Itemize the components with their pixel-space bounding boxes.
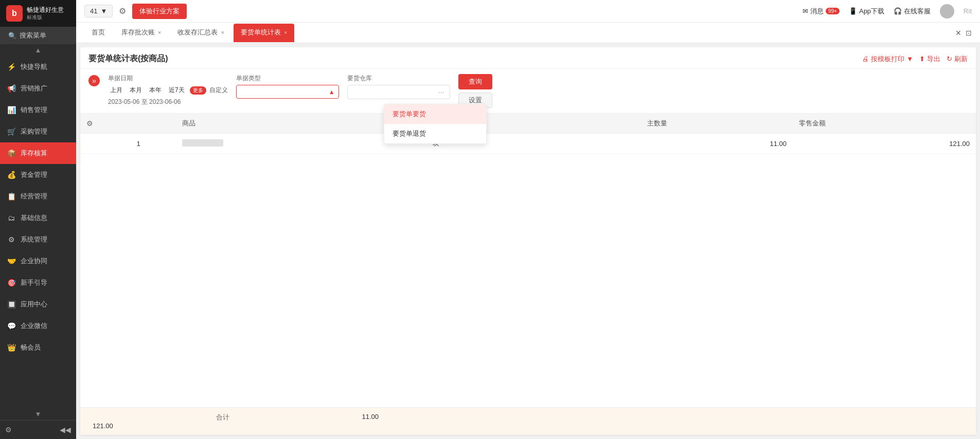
sidebar-item-system[interactable]: ⚙ 系统管理	[0, 229, 76, 250]
col-header-quantity: 主数量	[641, 114, 793, 134]
inventory-icon: 📦	[6, 148, 16, 158]
sidebar-item-operations[interactable]: 📋 经营管理	[0, 186, 76, 207]
row-index: 1	[101, 134, 176, 154]
tabs-bar: 首页 库存批次账 × 收发存汇总表 × 要货单统计表 × ✕ ⊡	[76, 23, 980, 43]
vip-icon: 👑	[6, 342, 16, 353]
sidebar: b 畅捷通好生意 标准版 🔍 搜索菜单 ▲ ⚡ 快捷导航 📢 营销推广 📊 销售…	[0, 0, 76, 439]
sidebar-item-newbie[interactable]: 🎯 新手引导	[0, 272, 76, 294]
tab-close-receive-summary[interactable]: ×	[221, 29, 224, 35]
filter-actions: 查询 设置	[458, 74, 492, 108]
sidebar-item-enterprise-wechat[interactable]: 💬 企业微信	[0, 315, 76, 337]
filter-expand-btn[interactable]: »	[88, 75, 100, 86]
recent-7days-btn[interactable]: 近7天	[167, 85, 187, 96]
collapse-sidebar-btn[interactable]: ◀◀	[60, 426, 71, 434]
date-range-display: 2023-05-06 至 2023-06-06	[108, 98, 228, 106]
sidebar-item-vip[interactable]: 👑 畅会员	[0, 337, 76, 358]
sidebar-item-purchase[interactable]: 🛒 采购管理	[0, 121, 76, 142]
sidebar-item-app-center[interactable]: 🔲 应用中心	[0, 294, 76, 315]
sidebar-search[interactable]: 🔍 搜索菜单	[0, 27, 76, 44]
type-select-input[interactable]	[236, 85, 339, 99]
col-header-index	[101, 114, 176, 134]
collab-icon: 🤝	[6, 256, 16, 266]
export-label: 导出	[927, 54, 940, 64]
tab-inventory-batch[interactable]: 库存批次账 ×	[114, 24, 168, 42]
tab-home[interactable]: 首页	[84, 24, 112, 42]
date-filter-group: 单据日期 上月 本月 本年 近7天 更多 自定义 2023-05-06 至 20…	[108, 74, 228, 106]
dropdown-item-order-goods[interactable]: 要货单要货	[384, 104, 486, 124]
prev-month-btn[interactable]: 上月	[108, 85, 124, 96]
type-filter-group: 单据类型 ▲	[236, 74, 339, 99]
warehouse-more-btn[interactable]: ···	[438, 88, 444, 96]
online-service-btn[interactable]: 🎧 在线客服	[894, 7, 931, 16]
tab-label: 库存批次账	[121, 28, 155, 37]
total-amount: 121.00	[86, 422, 107, 430]
sidebar-item-quick-nav[interactable]: ⚡ 快捷导航	[0, 56, 76, 78]
newbie-icon: 🎯	[6, 278, 16, 288]
custom-date-btn[interactable]: 自定义	[209, 86, 228, 95]
sidebar-item-label: 基础信息	[21, 213, 47, 223]
close-tab-btn[interactable]: ✕	[955, 29, 961, 37]
top-header: 41 ▼ ⚙ 体验行业方案 ✉ 消息 99+ 📱 App下载 🎧 在线客服 Ri…	[76, 0, 980, 23]
current-year-btn[interactable]: 本年	[147, 85, 164, 96]
total-quantity: 11.00	[323, 413, 385, 422]
operations-icon: 📋	[6, 191, 16, 202]
finance-icon: 💰	[6, 170, 16, 180]
table-footer: 合计 11.00 121.00	[80, 407, 976, 435]
restore-tab-btn[interactable]: ⊡	[966, 29, 972, 37]
export-btn[interactable]: ⬆ 导出	[919, 54, 940, 64]
branch-selector[interactable]: 41 ▼	[84, 5, 113, 17]
main-area: 41 ▼ ⚙ 体验行业方案 ✉ 消息 99+ 📱 App下载 🎧 在线客服 Ri…	[76, 0, 980, 439]
sidebar-item-enterprise-collab[interactable]: 🤝 企业协同	[0, 250, 76, 272]
user-avatar[interactable]	[940, 4, 954, 19]
table-body: 1 块 11.00 121.00	[80, 134, 976, 154]
messages-btn[interactable]: ✉ 消息 99+	[803, 7, 840, 16]
tab-close-inventory-batch[interactable]: ×	[158, 29, 161, 35]
print-icon: 🖨	[862, 55, 869, 63]
scroll-up-arrow[interactable]: ▲	[0, 44, 76, 56]
page-actions: 🖨 按模板打印 ▼ ⬆ 导出 ↻ 刷新	[862, 54, 968, 64]
app-logo-icon: b	[6, 5, 23, 22]
sidebar-footer: ⚙ ◀◀	[0, 420, 76, 439]
table-area: ⚙ 商品 主计量单位 主数量 零售金额 1	[80, 114, 976, 407]
trial-industry-btn[interactable]: 体验行业方案	[132, 4, 187, 19]
print-dropdown-arrow: ▼	[906, 55, 913, 63]
sidebar-item-basic-info[interactable]: 🗂 基础信息	[0, 207, 76, 229]
scroll-down-arrow[interactable]: ▼	[0, 408, 76, 420]
type-filter-label: 单据类型	[236, 74, 339, 83]
app-download-btn[interactable]: 📱 App下载	[849, 7, 884, 16]
header-settings-btn[interactable]: ⚙	[119, 6, 126, 16]
print-template-btn[interactable]: 🖨 按模板打印 ▼	[862, 54, 913, 64]
tab-receive-summary[interactable]: 收发存汇总表 ×	[170, 24, 231, 42]
chevron-down-icon: ▼	[100, 7, 107, 15]
total-empty-settings	[86, 413, 107, 422]
search-label: 搜索菜单	[20, 31, 46, 40]
app-download-label: App下载	[859, 7, 884, 16]
current-month-btn[interactable]: 本月	[128, 85, 144, 96]
warehouse-input[interactable]	[353, 88, 438, 96]
sidebar-item-marketing[interactable]: 📢 营销推广	[0, 78, 76, 99]
refresh-btn[interactable]: ↻ 刷新	[947, 54, 968, 64]
sidebar-item-inventory[interactable]: 📦 库存核算	[0, 142, 76, 164]
tab-close-order-stats[interactable]: ×	[284, 29, 287, 35]
sidebar-item-finance[interactable]: 💰 资金管理	[0, 164, 76, 186]
type-dropdown-arrow[interactable]: ▲	[329, 88, 335, 96]
query-btn[interactable]: 查询	[458, 74, 492, 89]
total-empty-unit	[272, 413, 323, 422]
data-table: ⚙ 商品 主计量单位 主数量 零售金额 1	[80, 114, 976, 154]
settings-bottom-btn[interactable]: ⚙	[5, 426, 12, 434]
wechat-icon: 💬	[6, 321, 16, 331]
sidebar-item-label: 新手引导	[21, 278, 47, 287]
sidebar-item-label: 企业微信	[21, 321, 47, 331]
sidebar-item-label: 系统管理	[21, 235, 47, 244]
sidebar-nav: ⚡ 快捷导航 📢 营销推广 📊 销售管理 🛒 采购管理 📦 库存核算 💰 资金管…	[0, 56, 76, 408]
more-date-badge[interactable]: 更多	[190, 86, 206, 95]
sidebar-item-sales[interactable]: 📊 销售管理	[0, 99, 76, 121]
tab-order-stats[interactable]: 要货单统计表 ×	[234, 24, 294, 42]
dropdown-item-order-return[interactable]: 要货单退货	[384, 124, 486, 143]
table-column-settings-btn[interactable]: ⚙	[86, 119, 93, 127]
filter-bar: » 单据日期 上月 本月 本年 近7天 更多 自定义 2023-05-06 至 …	[80, 69, 976, 114]
message-icon: ✉	[803, 7, 808, 15]
sidebar-item-label: 快捷导航	[21, 62, 47, 71]
dropdown-item-label: 要货单要货	[393, 110, 426, 118]
print-label: 按模板打印	[871, 54, 904, 64]
